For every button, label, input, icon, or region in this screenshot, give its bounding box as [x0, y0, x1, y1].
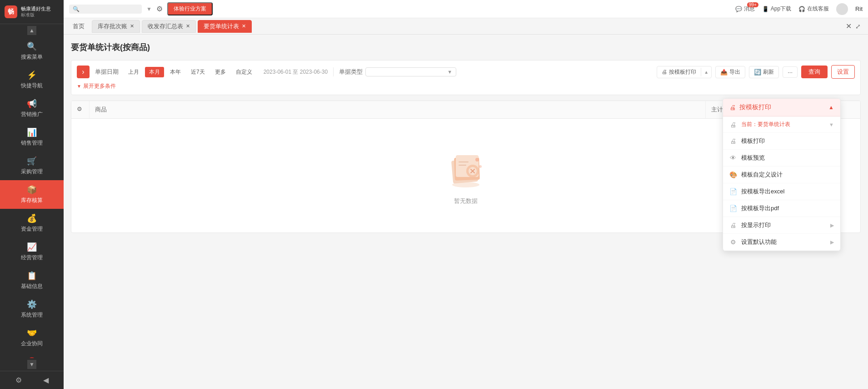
- app-name: 畅康通好生意: [21, 5, 51, 12]
- tab-close-order[interactable]: ✕: [242, 23, 246, 29]
- settings-footer-icon[interactable]: ⚙: [15, 376, 22, 384]
- empty-text: 暂无数据: [454, 197, 478, 205]
- table-settings-icon[interactable]: ⚙: [77, 106, 82, 112]
- sidebar-item-collab[interactable]: 🤝 企业协同: [0, 323, 64, 352]
- filter-expand-arrow[interactable]: ›: [77, 66, 90, 78]
- action-buttons: 🖨 按模板打印 ▲ 📤 导出 🔄 刷新 ··· 查询: [657, 65, 855, 79]
- date-buttons: 上月 本月 本年 近7天 更多 自定义: [124, 67, 256, 77]
- print-template-btn-group[interactable]: 🖨 按模板打印 ▲: [657, 66, 712, 78]
- export-pdf-label: 按模板导出pdf: [741, 204, 834, 212]
- search-input[interactable]: [81, 6, 118, 12]
- dropdown-item-export-excel[interactable]: 📄 按模板导出excel: [723, 183, 840, 200]
- topbar-gear-icon[interactable]: ⚙: [156, 5, 163, 13]
- order-type-label: 单据类型: [339, 68, 363, 76]
- date-btn-last-month[interactable]: 上月: [124, 67, 143, 77]
- app-download-btn[interactable]: 📱 App下载: [762, 5, 791, 13]
- scroll-down-btn[interactable]: ▼: [27, 360, 36, 369]
- sidebar-item-system[interactable]: ⚙️ 系统管理: [0, 295, 64, 323]
- main-area: 🔍 ▼ ⚙ 体验行业方案 💬 消息 99+ 📱 App下载 🎧 在线客服 Rit: [64, 0, 868, 389]
- svg-point-10: [475, 158, 479, 162]
- dropdown-item-set-default[interactable]: ⚙ 设置默认功能 ▶: [723, 234, 840, 251]
- query-btn[interactable]: 查询: [801, 66, 828, 78]
- display-print-arrow: ▶: [830, 222, 834, 228]
- dropdown-item-export-pdf[interactable]: 📄 按模板导出pdf: [723, 200, 840, 217]
- table-col-settings[interactable]: ⚙: [71, 101, 90, 118]
- user-avatar[interactable]: [836, 3, 848, 15]
- template-preview-label: 模板预览: [741, 154, 834, 162]
- filter-divider: [333, 67, 334, 76]
- page-title: 要货单统计表(按商品): [71, 42, 861, 53]
- tab-close-batch[interactable]: ✕: [130, 23, 134, 29]
- sidebar-item-sales[interactable]: 📊 销售管理: [0, 123, 64, 152]
- download-icon: 📱: [762, 6, 769, 12]
- dropdown-item-template-preview[interactable]: 👁 模板预览: [723, 150, 840, 167]
- export-excel-label: 按模板导出excel: [741, 187, 834, 196]
- topbar-dropdown-arrow[interactable]: ▼: [146, 6, 152, 12]
- trial-btn[interactable]: 体验行业方案: [167, 2, 213, 15]
- message-badge: 99+: [747, 2, 758, 7]
- dropdown-item-display-print[interactable]: 🖨 按显示打印 ▶: [723, 217, 840, 234]
- sidebar-item-inventory[interactable]: 📦 库存核算: [0, 180, 64, 209]
- dropdown-collapse-arrow[interactable]: ▲: [828, 104, 834, 111]
- collab-icon: 🤝: [27, 328, 37, 338]
- basic-icon: 📋: [27, 271, 37, 281]
- sidebar-item-basic[interactable]: 📋 基础信息: [0, 266, 64, 295]
- template-print-label: 模板打印: [741, 137, 834, 145]
- date-btn-this-year[interactable]: 本年: [166, 67, 185, 77]
- finance-icon: 💰: [27, 213, 37, 223]
- export-excel-icon: 📄: [729, 188, 737, 195]
- svg-point-11: [479, 165, 482, 168]
- template-print-icon: 🖨: [729, 137, 737, 145]
- dropdown-item-template-print[interactable]: 🖨 模板打印: [723, 133, 840, 150]
- tab-order-stats[interactable]: 要货单统计表 ✕: [198, 20, 252, 33]
- date-btn-more[interactable]: 更多: [211, 67, 230, 77]
- search-icon: 🔍: [73, 6, 80, 12]
- expand-icon: ▼: [77, 84, 81, 89]
- order-type-filter: 单据类型 ▼: [339, 67, 456, 76]
- sidebar-item-quick-nav[interactable]: ⚡ 快捷导航: [0, 66, 64, 94]
- set-default-label: 设置默认功能: [741, 238, 826, 246]
- sidebar-item-marketing[interactable]: 📢 营销推广: [0, 94, 64, 123]
- display-print-icon: 🖨: [729, 222, 737, 229]
- date-btn-last-7[interactable]: 近7天: [187, 67, 209, 77]
- topbar-search-box[interactable]: 🔍: [69, 5, 142, 14]
- app-logo: 畅 畅康通好生意 标准版: [0, 0, 64, 24]
- set-default-icon: ⚙: [729, 238, 737, 246]
- sidebar-footer: ⚙ ◀: [0, 371, 64, 389]
- export-icon: 📤: [720, 69, 728, 76]
- sidebar-item-guide[interactable]: 🎯 新手引导: [0, 352, 64, 358]
- dropdown-current-item[interactable]: 🖨 当前：要货单统计表 ▼: [723, 116, 840, 133]
- dropdown-header: 🖨 按模板打印 ▲: [723, 99, 840, 116]
- date-btn-custom[interactable]: 自定义: [232, 67, 256, 77]
- tab-collect-summary[interactable]: 收发存汇总表 ✕: [142, 20, 196, 33]
- dropdown-item-template-design[interactable]: 🎨 模板自定义设计: [723, 167, 840, 183]
- more-btn[interactable]: ···: [783, 66, 798, 78]
- filter-bar: › 单据日期 上月 本月 本年 近7天 更多 自定义 2023-06-01 至 …: [71, 60, 861, 95]
- tab-batch-account[interactable]: 库存批次账 ✕: [92, 20, 140, 33]
- date-range-display: 2023-06-01 至 2023-06-30: [264, 68, 328, 76]
- print-template-label[interactable]: 🖨 按模板打印: [657, 66, 701, 78]
- select-arrow-icon: ▼: [447, 69, 452, 75]
- export-btn[interactable]: 📤 导出: [715, 66, 745, 78]
- message-btn[interactable]: 💬 消息 99+: [735, 5, 755, 13]
- sidebar-item-purchase[interactable]: 🛒 采购管理: [0, 152, 64, 180]
- sidebar-item-finance[interactable]: 💰 资金管理: [0, 209, 64, 237]
- sidebar-item-operation[interactable]: 📈 经营管理: [0, 237, 64, 266]
- tab-home[interactable]: 首页: [67, 20, 90, 32]
- collapse-icon[interactable]: ◀: [43, 376, 49, 384]
- expand-more-btn[interactable]: ▼ 展开更多条件: [77, 82, 855, 90]
- close-window-btn[interactable]: ✕: [846, 22, 852, 30]
- printer-icon: 🖨: [662, 69, 667, 75]
- print-dropdown-arrow[interactable]: ▲: [701, 68, 711, 76]
- order-type-select[interactable]: ▼: [365, 67, 456, 76]
- maximize-btn[interactable]: ⤢: [855, 23, 861, 30]
- sidebar-item-search[interactable]: 🔍 搜索菜单: [0, 37, 64, 66]
- scroll-up-btn[interactable]: ▲: [27, 26, 36, 35]
- settings-btn[interactable]: 设置: [831, 65, 855, 79]
- online-service-btn[interactable]: 🎧 在线客服: [798, 5, 829, 13]
- display-print-label: 按显示打印: [741, 221, 826, 229]
- refresh-btn[interactable]: 🔄 刷新: [749, 66, 779, 78]
- date-btn-this-month[interactable]: 本月: [145, 67, 164, 77]
- set-default-arrow: ▶: [830, 239, 834, 245]
- tab-close-collect[interactable]: ✕: [186, 23, 190, 29]
